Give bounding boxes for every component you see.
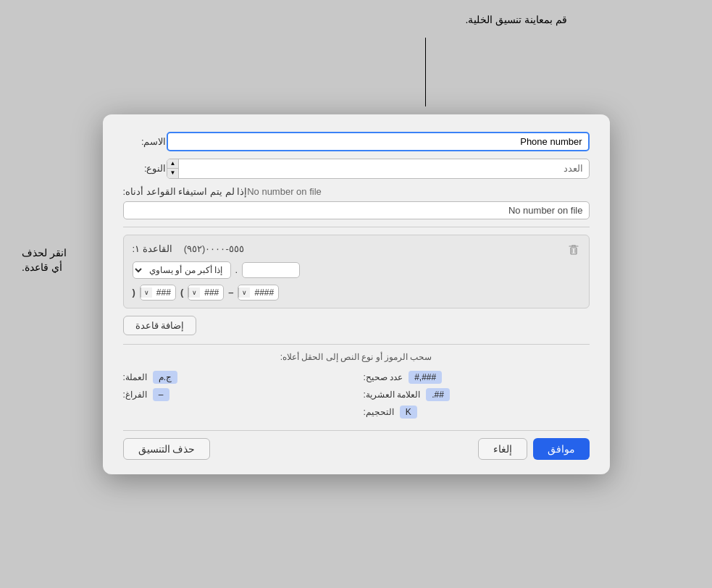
token-currency-label: العملة:	[123, 372, 147, 382]
ok-button[interactable]: موافق	[533, 438, 590, 460]
token-space-row: – الفراغ:	[123, 388, 349, 401]
annotation-line-top	[425, 38, 426, 106]
divider-1	[123, 227, 590, 227]
token-scale-badge[interactable]: K	[400, 406, 417, 419]
format-segment-4-text: ####	[250, 285, 278, 300]
add-rule-row: إضافة قاعدة	[123, 316, 590, 335]
tokens-grid: #,### عدد صحيح: ج.م العملة: .## العلامة …	[123, 371, 590, 419]
format-segment-3a-arrow[interactable]: ∨	[141, 287, 152, 298]
token-integer-row: #,### عدد صحيح:	[364, 371, 590, 384]
annotation-left: انقر لحذف أي قاعدة.	[22, 246, 67, 274]
divider-2	[123, 344, 590, 345]
rule-1-preview: (٩٥٢)٥٥٥-٠٠٠٠	[184, 243, 244, 254]
dash-label: –	[228, 287, 233, 298]
token-decimal-row: .## العلامة العشرية:	[364, 388, 590, 401]
if-rules-label: إذا لم يتم استيفاء القواعد أدناه:	[123, 186, 248, 197]
token-scale-row: K التحجيم:	[364, 406, 590, 419]
format-dialog: الاسم: ▲ ▼ النوع: No number on file إذا …	[103, 114, 610, 474]
token-integer-label: عدد صحيح:	[364, 372, 403, 382]
token-scale-label: التحجيم:	[364, 407, 394, 417]
svg-rect-0	[571, 248, 577, 254]
annotation-top: قم بمعاينة تنسيق الخلية.	[465, 13, 567, 28]
token-space-badge[interactable]: –	[153, 388, 169, 401]
token-integer-badge[interactable]: #,###	[409, 371, 442, 384]
add-rule-button[interactable]: إضافة قاعدة	[123, 316, 197, 335]
name-label: الاسم:	[130, 136, 167, 147]
paren-open: (	[133, 287, 135, 298]
no-number-inline: No number on file	[247, 186, 322, 197]
token-currency-row: ج.م العملة:	[123, 371, 349, 384]
format-segment-3b: ### ∨	[188, 285, 224, 301]
format-segment-4-arrow[interactable]: ∨	[238, 287, 250, 298]
format-segment-3a: ### ∨	[140, 285, 176, 301]
type-stepper-down[interactable]: ▼	[167, 169, 179, 178]
rule-1-dot: .	[235, 264, 238, 275]
trash-icon[interactable]	[567, 243, 580, 256]
no-number-display: No number on file	[123, 201, 590, 219]
type-stepper-arrows: ▲ ▼	[167, 159, 180, 178]
rule-1-header: (٩٥٢)٥٥٥-٠٠٠٠ القاعدة ١:	[133, 243, 580, 256]
rule-1-format-row: #### ∨ – ### ∨ ) ### ∨ (	[133, 285, 580, 301]
if-rules-row: No number on file إذا لم يتم استيفاء الق…	[123, 186, 590, 197]
name-row: الاسم:	[123, 132, 590, 151]
token-space-label: الفراغ:	[123, 390, 147, 400]
format-segment-3b-arrow[interactable]: ∨	[188, 287, 200, 298]
type-stepper-up[interactable]: ▲	[167, 159, 179, 169]
format-segment-3b-text: ###	[200, 285, 223, 300]
divider-3	[123, 430, 590, 431]
delete-format-button[interactable]: حذف التنسيق	[123, 438, 211, 460]
left-buttons: موافق إلغاء	[478, 438, 590, 460]
name-input[interactable]	[167, 132, 590, 151]
type-label: النوع:	[130, 163, 167, 174]
token-decimal-badge[interactable]: .##	[426, 388, 450, 401]
format-segment-3a-text: ###	[152, 285, 175, 300]
token-decimal-label: العلامة العشرية:	[364, 390, 421, 400]
format-segment-4: #### ∨	[238, 285, 279, 301]
type-stepper[interactable]: ▲ ▼	[167, 159, 590, 179]
drag-hint: سحب الرموز أو نوع النص إلى الحقل أعلاه:	[123, 352, 590, 362]
cancel-button[interactable]: إلغاء	[478, 438, 527, 460]
type-input[interactable]	[179, 160, 588, 177]
token-empty	[123, 406, 349, 419]
paren-close: )	[180, 287, 183, 298]
button-row: موافق إلغاء حذف التنسيق	[123, 438, 590, 460]
rule-1-condition-select[interactable]: إذا أكبر من أو يساوي	[133, 261, 231, 279]
rule-1-title: القاعدة ١:	[133, 243, 172, 254]
rule-1-box: (٩٥٢)٥٥٥-٠٠٠٠ القاعدة ١: . إذا أكبر من أ…	[123, 235, 590, 308]
token-currency-badge[interactable]: ج.م	[153, 371, 177, 384]
rule-1-condition-row: . إذا أكبر من أو يساوي	[133, 261, 580, 279]
type-row: ▲ ▼ النوع:	[123, 159, 590, 179]
rule-1-condition-input[interactable]	[242, 262, 300, 278]
